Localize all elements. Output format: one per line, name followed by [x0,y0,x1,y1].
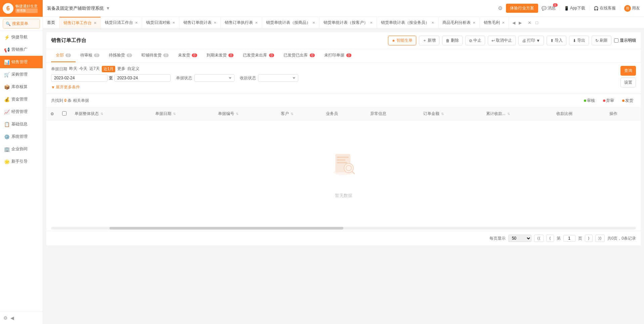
sort-number-icon[interactable]: ⇅ [236,112,239,116]
query-button[interactable]: 查询 [620,66,636,76]
per-page-select[interactable]: 50 100 200 [508,235,531,242]
tab-close-sales-exec[interactable]: ✕ [255,21,258,25]
sidebar-item-inventory[interactable]: 📦 库存核算 [0,81,43,93]
per-page-label: 每页显示 [489,236,506,241]
show-detail-checkbox[interactable] [614,38,618,43]
cancel-stop-button[interactable]: ↩ 取消中止 [488,36,516,45]
next-page-button[interactable]: ⟩ [585,235,593,242]
tab-sales-stats[interactable]: 销售订单统计表 ✕ [179,17,221,28]
sidebar-item-system[interactable]: ⚙️ 系统管理 [0,130,43,143]
filter-tab-shipped-not-out[interactable]: 已发货未出库 0 [238,49,279,62]
delete-button[interactable]: 🗑 删除 [442,36,463,45]
first-page-button[interactable]: ⟨⟨ [534,235,544,242]
topbar-settings-icon[interactable]: ⚙ [498,5,503,11]
filter-tab-shipped-out[interactable]: 已发货已出库 0 [279,49,319,62]
sidebar-item-purchase[interactable]: 🛒 采购管理 [0,68,43,81]
cancel-review-action-button[interactable]: 弃审 [600,97,617,105]
payment-select[interactable] [258,74,298,82]
sidebar-item-finance[interactable]: 💰 资金管理 [0,93,43,106]
filter-tab-not-shipped[interactable]: 未发货 0 [173,49,202,62]
tab-scroll-right-icon[interactable]: ▶ [517,20,523,26]
page-number-input[interactable] [563,235,575,242]
filter-tab-wangpu[interactable]: 旺铺待发货 0 [137,49,173,62]
filter-tab-not-printed[interactable]: 未打印单据 0 [319,49,356,62]
tab-scroll-left-icon[interactable]: ◀ [511,20,517,26]
tab-sales-workbench[interactable]: 销售订单工作台 ✕ [59,17,101,29]
column-settings-icon[interactable]: ⚙ [50,112,54,116]
date-option-more[interactable]: 更多 [117,66,125,72]
message-action[interactable]: 💬 消息 6 [542,5,556,11]
sort-date-icon[interactable]: ⇅ [173,112,176,116]
sidebar-item-marketing[interactable]: 📢 营销推广 [0,43,43,56]
prev-page-button[interactable]: ⟨ [546,235,554,242]
solution-button[interactable]: 体验行业方案 [506,4,538,13]
sidebar-item-sales[interactable]: 📊 销售管理 [0,56,43,68]
tab-close-sales-increase[interactable]: ✕ [502,21,505,25]
tab-sales-single-customer[interactable]: 销货单统计表（按客户） ✕ [319,17,377,28]
tab-cash-daily[interactable]: 钱货日清工作台 ✕ [101,17,142,28]
date-to-input[interactable] [114,74,171,82]
tab-close-sales-workbench[interactable]: ✕ [94,21,96,25]
date-option-1month[interactable]: 近1月 [102,66,116,72]
review-action-button[interactable]: 审核 [581,97,598,105]
tab-close-sales-single-customer[interactable]: ✕ [370,21,373,25]
smart-create-button[interactable]: ★ 智能生单 [388,36,416,45]
user-action[interactable]: 用 用友 [624,5,640,12]
tab-sales-single-staff[interactable]: 销货单统计表（按业务员） ✕ [377,17,438,28]
expand-conditions-button[interactable]: ▼ 展开更多条件 [51,84,615,90]
filter-tab-pending-review[interactable]: 待审核 0 [76,49,104,62]
collapse-sidebar-icon[interactable]: ◀ [10,315,14,321]
tab-sales-increase[interactable]: 销售毛利 ✕ [480,17,509,28]
print-button[interactable]: 🖨 打印 ▼ [518,36,544,45]
select-all-checkbox[interactable] [62,111,67,116]
review-dot-icon [584,99,586,102]
maximize-tab-icon[interactable]: □ [534,19,540,26]
search-menu-button[interactable]: 🔍 搜索菜单 [3,19,40,29]
close-tab-icon[interactable]: ✕ [526,19,533,26]
tab-cash-reconcile[interactable]: 钱货日清对账 ✕ [142,17,179,28]
import-button[interactable]: ⬆ 导入 [547,36,566,45]
status-select[interactable] [194,74,234,82]
horizontal-scrollbar-thumb[interactable] [110,227,343,230]
export-button[interactable]: ⬇ 导出 [569,36,589,45]
date-option-yesterday[interactable]: 昨天 [69,66,77,72]
sort-status-icon[interactable]: ⇅ [100,112,103,116]
sidebar-item-basic[interactable]: 📋 基础信息 [0,118,43,130]
tab-close-margin-analysis[interactable]: ✕ [473,21,475,25]
settings-button[interactable]: 设置 [620,78,636,87]
stop-button[interactable]: ⊘ 中止 [465,36,485,45]
filter-tab-overdue[interactable]: 到期未发货 0 [202,49,239,62]
last-page-button[interactable]: ⟩⟩ [595,235,605,242]
system-name-dropdown-icon[interactable]: ▼ [106,6,110,11]
add-button[interactable]: ＋ 新增 [419,36,439,45]
sidebar-item-quicknav[interactable]: ⚡ 快捷导航 [0,31,43,43]
sort-collected-icon[interactable]: ⇅ [507,112,510,116]
filter-tab-pending-inspect[interactable]: 待拣验货 0 [104,49,137,62]
tab-close-cash-reconcile[interactable]: ✕ [172,21,175,25]
tab-sales-exec[interactable]: 销售订单执行表 ✕ [221,17,262,28]
tab-close-sales-single-staff[interactable]: ✕ [431,21,434,25]
sort-amount-icon[interactable]: ⇅ [441,112,444,116]
topbar-divider-2 [589,6,590,11]
sidebar-item-operations[interactable]: 📈 经营管理 [0,106,43,118]
show-detail-checkbox-label[interactable]: 显示明细 [614,38,636,43]
sort-customer-icon[interactable]: ⇅ [291,112,293,116]
date-option-7days[interactable]: 近7天 [89,66,100,72]
refresh-button[interactable]: ↻ 刷新 [592,36,611,45]
date-option-today[interactable]: 今天 [79,66,87,72]
ship-action-button[interactable]: 发货 [619,97,636,105]
tab-margin-analysis[interactable]: 商品毛利分析表 ✕ [438,17,480,28]
filter-tab-all[interactable]: 全部 0 [51,49,76,62]
tab-home[interactable]: 首页 [43,17,59,28]
tab-close-cash-daily[interactable]: ✕ [135,21,138,25]
sidebar-item-enterprise[interactable]: 🏢 企业协同 [0,143,43,155]
tab-close-sales-stats[interactable]: ✕ [214,21,216,25]
online-service-action[interactable]: 🎧 在线客服 [594,5,616,11]
app-download-action[interactable]: 📱 App下载 [564,5,585,11]
date-option-custom[interactable]: 自定义 [127,66,139,72]
date-from-input[interactable] [51,74,108,82]
sidebar-item-newbie[interactable]: 🌟 新手引导 [0,155,43,168]
tab-close-sales-single-product[interactable]: ✕ [312,21,315,25]
tab-sales-single-product[interactable]: 销货单统计表（按商品） ✕ [262,17,319,28]
settings-gear-icon[interactable]: ⚙ [3,315,8,321]
